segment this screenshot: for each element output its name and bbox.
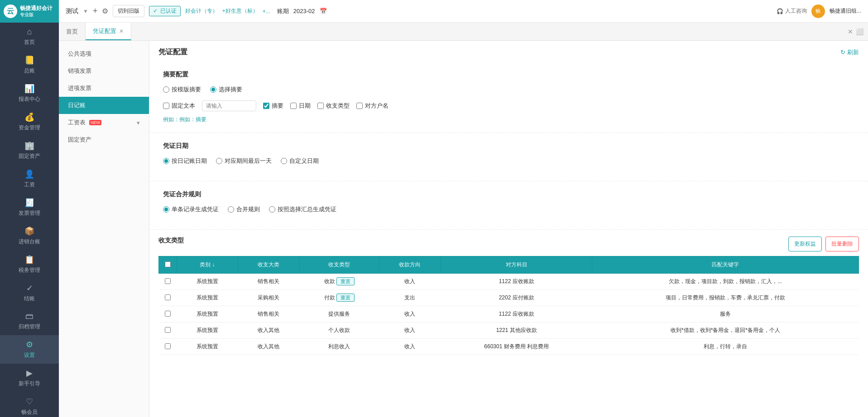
voucher-date-radio-group: 按日记账日期 对应期间最后一天 自定义日期 — [163, 157, 854, 165]
row-keywords: 服务 — [592, 306, 859, 322]
tab-home[interactable]: 首页 — [59, 23, 86, 40]
sidebar-item-newguide[interactable]: ▶ 新手引导 — [0, 364, 59, 392]
voucher-date-radio-period-last[interactable]: 对应期间最后一天 — [216, 157, 272, 165]
tab-voucher-config-label: 凭证配置 — [93, 27, 116, 35]
sidebar-item-assets-label: 固定资产 — [19, 152, 40, 160]
left-nav-item-sales[interactable]: 销项发票 — [59, 62, 149, 80]
settings-button[interactable]: ⚙ — [102, 7, 108, 15]
left-nav-item-salary-table[interactable]: 工资表 NEW ▾ — [59, 114, 149, 131]
sidebar-item-reports[interactable]: 📊 报表中心 — [0, 79, 59, 108]
tab-close-btn[interactable]: ✕ — [848, 28, 853, 35]
sidebar-item-invoice[interactable]: 🧾 发票管理 — [0, 193, 59, 222]
left-nav-item-fixed-assets[interactable]: 固定资产 — [59, 131, 149, 148]
purchase-icon: 📦 — [24, 226, 34, 236]
income-expense-table: 类别 ↓ 收支大类 收支类型 收款方向 对方科目 匹配关键字 — [158, 256, 859, 355]
sidebar-item-member[interactable]: ♡ 畅会员 — [0, 392, 59, 417]
close-period-icon: ✓ — [26, 283, 33, 293]
voucher-merge-radio-selected[interactable]: 按照选择汇总生成凭证 — [269, 205, 336, 213]
sidebar-item-funds[interactable]: 💰 资金管理 — [0, 108, 59, 136]
refresh-button[interactable]: ↻ 刷新 — [840, 48, 859, 57]
voucher-date-radio-custom[interactable]: 自定义日期 — [281, 157, 319, 165]
reset-tag[interactable]: 重置 — [336, 277, 355, 285]
row-checkbox — [159, 306, 177, 322]
calendar-icon: 📅 — [320, 8, 327, 14]
type-checkbox[interactable]: 收支类型 — [317, 102, 350, 110]
main-panel: 凭证配置 ↻ 刷新 摘要配置 按模版摘要 选择摘要 — [149, 41, 868, 417]
row-checkbox — [159, 339, 177, 355]
tabbar: 首页 凭证配置 ✕ ✕ ⬜ — [59, 23, 868, 41]
counterparty-checkbox[interactable]: 对方户名 — [356, 102, 388, 110]
reset-tag[interactable]: 重置 — [336, 294, 355, 302]
row-income-type: 利息收入 — [300, 339, 379, 355]
sidebar-item-purchase[interactable]: 📦 进销台账 — [0, 222, 59, 250]
newguide-icon: ▶ — [26, 368, 33, 378]
voucher-merge-radio-merge[interactable]: 合并规则 — [228, 205, 260, 213]
tab-voucher-config[interactable]: 凭证配置 ✕ — [86, 23, 131, 40]
tab-close-icon[interactable]: ✕ — [119, 28, 124, 34]
archive-icon: 🗃 — [25, 312, 34, 321]
summary-config-title: 摘要配置 — [163, 71, 854, 79]
sidebar-item-home[interactable]: ⌂ 首页 — [0, 23, 59, 51]
tab-restore-btn[interactable]: ⬜ — [856, 28, 863, 35]
topbar-tag-2: +好生意（标） — [222, 7, 258, 15]
switch-version-button[interactable]: 切到旧版 — [113, 5, 144, 17]
sidebar-item-reports-label: 报表中心 — [19, 95, 40, 103]
topbar-tag-3: +... — [263, 8, 270, 14]
fixed-text-checkbox[interactable]: 固定文本 — [163, 102, 195, 110]
fixed-text-input[interactable] — [202, 100, 256, 111]
sidebar-item-close[interactable]: ✓ 结账 — [0, 279, 59, 307]
table-row: 系统预置 收入其他 利息收入 收入 660301 财务费用 利息费用 利息，行转… — [159, 339, 859, 355]
voucher-date-radio-journal[interactable]: 按日记账日期 — [163, 157, 207, 165]
row-major-type: 销售相关 — [238, 274, 300, 290]
sidebar-item-archive[interactable]: 🗃 归档管理 — [0, 307, 59, 335]
user-service-btn[interactable]: 🎧 人工咨询 — [777, 7, 807, 15]
sidebar-item-salary[interactable]: 👤 工资 — [0, 165, 59, 193]
period-value: 2023-02 — [293, 8, 315, 14]
summary-radio-template[interactable]: 按模版摘要 — [163, 85, 201, 94]
left-nav-item-purchase-invoice[interactable]: 进项发票 — [59, 80, 149, 97]
app-logo: 云 畅捷通好会计 专业版 — [0, 0, 59, 23]
select-all-checkbox[interactable] — [165, 261, 171, 267]
reports-icon: 📊 — [24, 84, 34, 94]
row-major-type: 收入其他 — [238, 322, 300, 339]
table-header-account: 对方科目 — [441, 256, 592, 274]
row-keywords: 收到*借款，收到*备用金，退回*备用金，个人 — [592, 322, 859, 339]
logo-icon: 云 — [4, 5, 17, 18]
table-header-checkbox — [159, 256, 177, 274]
sidebar-item-settings[interactable]: ⚙ 设置 — [0, 335, 59, 364]
row-income-type: 个人收款 — [300, 322, 379, 339]
sidebar-item-member-label: 畅会员 — [21, 408, 38, 416]
voucher-merge-radio-group: 单条记录生成凭证 合并规则 按照选择汇总生成凭证 — [163, 205, 854, 213]
voucher-merge-radio-single[interactable]: 单条记录生成凭证 — [163, 205, 219, 213]
table-header-direction: 收款方向 — [379, 256, 441, 274]
row-major-type: 销售相关 — [238, 306, 300, 322]
table-row: 系统预置 采购相关 付款 重置 支出 2202 应付账款 项目，日常费用，报销款… — [159, 290, 859, 306]
table-row: 系统预置 销售相关 收款 重置 收入 1122 应收账款 欠款，现金，项目款，到… — [159, 274, 859, 290]
batch-delete-button[interactable]: 批量删除 — [825, 237, 859, 251]
row-direction: 收入 — [379, 339, 441, 355]
settings-icon: ⚙ — [26, 340, 33, 350]
add-button[interactable]: + — [93, 6, 98, 16]
sidebar-item-ledger-label: 总账 — [24, 67, 35, 75]
row-category: 系统预置 — [177, 306, 238, 322]
row-category: 系统预置 — [177, 274, 238, 290]
sidebar-item-tax[interactable]: 📋 税务管理 — [0, 250, 59, 279]
date-checkbox[interactable]: 日期 — [290, 102, 311, 110]
update-button[interactable]: 更新权益 — [788, 237, 822, 251]
summary-radio-group: 按模版摘要 选择摘要 — [163, 85, 854, 94]
voucher-merge-title: 凭证合并规则 — [163, 190, 854, 199]
summary-radio-select[interactable]: 选择摘要 — [210, 85, 242, 94]
left-nav-item-journal[interactable]: 日记账 — [59, 97, 149, 114]
table-row: 系统预置 收入其他 个人收款 收入 1221 其他应收款 收到*借款，收到*备用… — [159, 322, 859, 339]
row-account: 1221 其他应收款 — [441, 322, 592, 339]
row-major-type: 收入其他 — [238, 339, 300, 355]
sidebar-item-assets[interactable]: 🏢 固定资产 — [0, 136, 59, 165]
row-income-type: 提供服务 — [300, 306, 379, 322]
sidebar-item-ledger[interactable]: 📒 总账 — [0, 51, 59, 79]
status-badge: ✓ 已认证 — [149, 6, 180, 16]
summary-checkbox[interactable]: 摘要 — [263, 102, 283, 110]
left-nav-item-public[interactable]: 公共选项 — [59, 45, 149, 62]
sidebar-item-invoice-label: 发票管理 — [19, 209, 40, 217]
table-header-keywords: 匹配关键字 — [592, 256, 859, 274]
sidebar-item-close-label: 结账 — [24, 295, 35, 303]
